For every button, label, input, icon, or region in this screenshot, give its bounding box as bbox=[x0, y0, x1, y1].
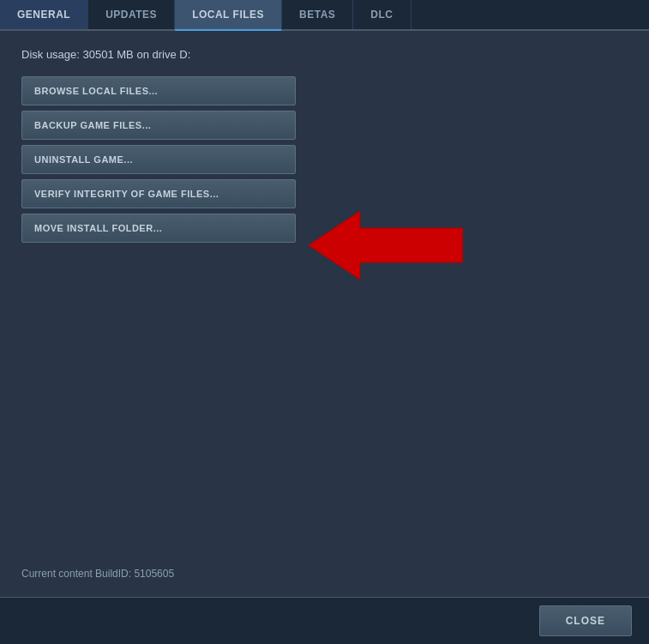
move-install-folder-button[interactable]: MOVE INSTALL FOLDER... bbox=[21, 214, 296, 243]
tab-dlc[interactable]: DLC bbox=[353, 0, 411, 29]
tab-local-files[interactable]: LOCAL FILES bbox=[175, 0, 282, 31]
main-container: GENERAL UPDATES LOCAL FILES BETAS DLC Di… bbox=[0, 0, 649, 644]
verify-integrity-button[interactable]: VERIFY INTEGRITY OF GAME FILES... bbox=[21, 179, 296, 208]
tab-general[interactable]: GENERAL bbox=[0, 0, 88, 29]
content-area: Disk usage: 30501 MB on drive D: BROWSE … bbox=[0, 31, 649, 597]
svg-marker-0 bbox=[309, 211, 463, 280]
browse-local-files-button[interactable]: BROWSE LOCAL FILES... bbox=[21, 76, 296, 105]
tab-bar: GENERAL UPDATES LOCAL FILES BETAS DLC bbox=[0, 0, 649, 31]
disk-usage-label: Disk usage: 30501 MB on drive D: bbox=[21, 48, 628, 61]
tab-betas[interactable]: BETAS bbox=[282, 0, 353, 29]
uninstall-game-button[interactable]: UNINSTALL GAME... bbox=[21, 145, 296, 174]
build-id-label: Current content BuildID: 5105605 bbox=[21, 568, 174, 580]
close-button[interactable]: CLOSE bbox=[539, 605, 632, 636]
footer: CLOSE bbox=[0, 597, 649, 644]
backup-game-files-button[interactable]: BACKUP GAME FILES... bbox=[21, 111, 296, 140]
tab-updates[interactable]: UPDATES bbox=[88, 0, 175, 29]
arrow-annotation bbox=[309, 211, 463, 280]
buttons-section: BROWSE LOCAL FILES... BACKUP GAME FILES.… bbox=[21, 76, 296, 243]
